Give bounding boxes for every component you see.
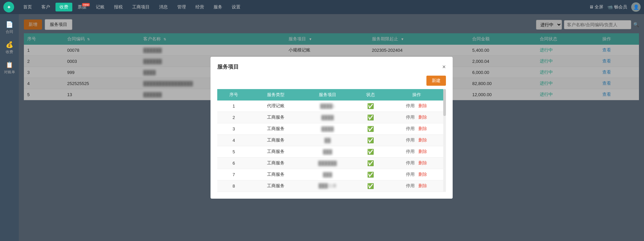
modal-cell-seq: 6 — [217, 157, 251, 169]
nav-item-报税[interactable]: 报税 — [110, 3, 127, 11]
modal-header: 服务项目 × — [217, 64, 446, 71]
modal-cell-status: ✅ — [354, 169, 387, 180]
modal-cell-status: ✅ — [354, 123, 387, 134]
modal-col-type: 服务类型 — [251, 89, 301, 101]
modal-cell-type: 代理记账 — [251, 101, 301, 112]
sidebar-item-对账单[interactable]: 📋对账单 — [0, 58, 19, 78]
modal-close-button[interactable]: × — [442, 64, 446, 71]
modal-dialog: 服务项目 × 新建 序号 服务类型 服务项目 状态 — [211, 57, 453, 199]
scrollbar-track — [443, 89, 446, 192]
nav-item-首页[interactable]: 首页 — [19, 3, 36, 11]
nav-item-经营[interactable]: 经营 — [191, 3, 208, 11]
modal-scroll-area[interactable]: 序号 服务类型 服务项目 状态 操作 1 代理记账 ████1 ✅ 停用 删除 — [217, 89, 446, 192]
modal-title: 服务项目 — [217, 64, 239, 71]
modal-cell-item: ████ — [301, 112, 354, 123]
modal-cell-seq: 8 — [217, 180, 251, 192]
delete-button[interactable]: 删除 — [418, 183, 427, 188]
avatar[interactable]: 👤 — [631, 2, 641, 12]
right-tools: 🖥 全屏 📹 畅会员 👤 — [589, 2, 641, 12]
nav-item-消息[interactable]: 消息 — [155, 3, 172, 11]
modal-cell-type: 工商服务 — [251, 112, 301, 123]
member-icon[interactable]: 📹 畅会员 — [607, 4, 627, 10]
modal-cell-actions: 停用 删除 — [387, 146, 446, 157]
modal-table-row: 1 代理记账 ████1 ✅ 停用 删除 — [217, 101, 446, 112]
sidebar-item-收费[interactable]: 💰收费 — [0, 38, 19, 58]
modal-cell-item: ████1 — [301, 101, 354, 112]
sidebar-icon: 💰 — [6, 41, 13, 48]
modal-cell-actions: 停用 删除 — [387, 180, 446, 192]
nav-item-工商项目[interactable]: 工商项目 — [128, 3, 154, 11]
stop-button[interactable]: 停用 — [406, 137, 415, 143]
nav-item-票据[interactable]: 票据new — [74, 3, 90, 11]
fullscreen-icon[interactable]: 🖥 全屏 — [589, 4, 604, 10]
modal-cell-type: 工商服务 — [251, 180, 301, 192]
nav-item-服务[interactable]: 服务 — [210, 3, 226, 11]
modal-col-item: 服务项目 — [301, 89, 354, 101]
modal-table-row: 4 工商服务 ██ ✅ 停用 删除 — [217, 134, 446, 146]
delete-button[interactable]: 删除 — [418, 149, 427, 154]
stop-button[interactable]: 停用 — [406, 126, 415, 131]
modal-cell-type: 工商服务 — [251, 146, 301, 157]
stop-button[interactable]: 停用 — [406, 183, 415, 188]
modal-cell-status: ✅ — [354, 134, 387, 146]
delete-button[interactable]: 删除 — [418, 115, 427, 120]
nav-item-设置[interactable]: 设置 — [228, 3, 244, 11]
modal-cell-item: ████ — [301, 123, 354, 134]
stop-button[interactable]: 停用 — [406, 149, 415, 154]
delete-button[interactable]: 删除 — [418, 172, 427, 177]
delete-button[interactable]: 删除 — [418, 103, 427, 108]
modal-cell-seq: 3 — [217, 123, 251, 134]
stop-button[interactable]: 停用 — [406, 103, 415, 108]
modal-cell-actions: 停用 删除 — [387, 169, 446, 180]
modal-col-seq: 序号 — [217, 89, 251, 101]
modal-cell-seq: 1 — [217, 101, 251, 112]
modal-cell-type: 工商服务 — [251, 123, 301, 134]
modal-cell-item: ███ — [301, 169, 354, 180]
modal-table: 序号 服务类型 服务项目 状态 操作 1 代理记账 ████1 ✅ 停用 删除 — [217, 89, 446, 192]
delete-button[interactable]: 删除 — [418, 137, 427, 143]
modal-table-row: 7 工商服务 ███ ✅ 停用 删除 — [217, 169, 446, 180]
modal-cell-status: ✅ — [354, 180, 387, 192]
sidebar-item-合同[interactable]: 📄合同 — [0, 17, 19, 38]
stop-button[interactable]: 停用 — [406, 160, 415, 165]
modal-col-action: 操作 — [387, 89, 446, 101]
modal-table-row: 8 工商服务 ███注册 ✅ 停用 删除 — [217, 180, 446, 192]
delete-button[interactable]: 删除 — [418, 126, 427, 131]
sidebar-icon: 📄 — [6, 21, 13, 28]
modal-cell-actions: 停用 删除 — [387, 157, 446, 169]
modal-cell-type: 工商服务 — [251, 157, 301, 169]
modal-cell-actions: 停用 删除 — [387, 134, 446, 146]
modal-table-row: 6 工商服务 ██████ ✅ 停用 删除 — [217, 157, 446, 169]
app-logo: ✦ — [3, 2, 14, 12]
modal-cell-actions: 停用 删除 — [387, 101, 446, 112]
modal-overlay: 服务项目 × 新建 序号 服务类型 服务项目 状态 — [19, 14, 644, 241]
sidebar: 📄合同💰收费📋对账单 — [0, 14, 19, 241]
modal-table-header: 序号 服务类型 服务项目 状态 操作 — [217, 89, 446, 101]
stop-button[interactable]: 停用 — [406, 172, 415, 177]
modal-col-status: 状态 — [354, 89, 387, 101]
nav-item-收费[interactable]: 收费 — [55, 3, 72, 11]
nav-item-客户[interactable]: 客户 — [37, 3, 54, 11]
modal-table-row: 2 工商服务 ████ ✅ 停用 删除 — [217, 112, 446, 123]
modal-cell-seq: 2 — [217, 112, 251, 123]
nav-item-记账[interactable]: 记账 — [92, 3, 109, 11]
modal-cell-item: ███注册 — [301, 180, 354, 192]
nav-items: 首页客户收费票据new记账报税工商项目消息管理经营服务设置 — [19, 3, 589, 11]
modal-toolbar: 新建 — [217, 76, 446, 86]
nav-item-管理[interactable]: 管理 — [173, 3, 190, 11]
modal-cell-seq: 5 — [217, 146, 251, 157]
stop-button[interactable]: 停用 — [406, 115, 415, 120]
modal-cell-item: ██ — [301, 134, 354, 146]
modal-table-row: 5 工商服务 ███ ✅ 停用 删除 — [217, 146, 446, 157]
content-area: 新增 服务项目 进行中 全部 已完成 已取消 🔍 序号 合同编码 ⇅ 客户名称 … — [19, 14, 644, 241]
modal-table-body: 1 代理记账 ████1 ✅ 停用 删除 2 工商服务 ████ ✅ 停用 删除… — [217, 101, 446, 192]
modal-cell-item: ███ — [301, 146, 354, 157]
modal-cell-item: ██████ — [301, 157, 354, 169]
sidebar-icon: 📋 — [6, 61, 13, 69]
modal-new-button[interactable]: 新建 — [426, 76, 446, 86]
modal-cell-type: 工商服务 — [251, 169, 301, 180]
top-navigation: ✦ 首页客户收费票据new记账报税工商项目消息管理经营服务设置 🖥 全屏 📹 畅… — [0, 0, 644, 14]
delete-button[interactable]: 删除 — [418, 160, 427, 165]
scrollbar-thumb[interactable] — [443, 89, 446, 116]
modal-cell-status: ✅ — [354, 101, 387, 112]
